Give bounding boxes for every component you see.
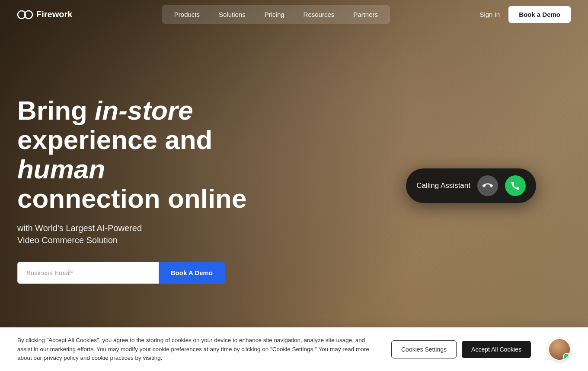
cookie-accept-button[interactable]: Accept All Cookies xyxy=(462,341,531,358)
cookie-actions: Cookies Settings Accept All Cookies xyxy=(391,340,531,358)
cookie-avatar xyxy=(548,338,571,361)
hero-content: Bring in-storeexperience and humanconnec… xyxy=(0,96,324,284)
book-demo-hero-button[interactable]: Book A Demo xyxy=(159,262,225,284)
hero-form: Book A Demo xyxy=(17,262,225,284)
nav-partners[interactable]: Partners xyxy=(345,7,387,22)
calling-label: Calling Assistant xyxy=(416,181,470,190)
logo[interactable]: Firework xyxy=(17,10,72,19)
cookie-message: By clicking "Accept All Cookies", you ag… xyxy=(17,336,374,362)
nav-right: Sign In Book a Demo xyxy=(479,6,571,23)
call-end-button[interactable] xyxy=(477,175,498,196)
nav-resources[interactable]: Resources xyxy=(295,7,343,22)
nav-center: Products Solutions Pricing Resources Par… xyxy=(162,5,390,24)
cookie-settings-button[interactable]: Cookies Settings xyxy=(391,340,457,358)
logo-icon xyxy=(17,10,33,19)
navbar: Firework Products Solutions Pricing Reso… xyxy=(0,0,588,29)
sign-in-button[interactable]: Sign In xyxy=(479,11,500,18)
nav-pricing[interactable]: Pricing xyxy=(256,7,293,22)
call-accept-button[interactable] xyxy=(505,175,526,196)
nav-solutions[interactable]: Solutions xyxy=(210,7,254,22)
email-input[interactable] xyxy=(17,262,159,284)
hero-section: Bring in-storeexperience and humanconnec… xyxy=(0,0,588,371)
logo-text: Firework xyxy=(36,10,72,19)
hero-title: Bring in-storeexperience and humanconnec… xyxy=(17,96,307,214)
nav-products[interactable]: Products xyxy=(166,7,208,22)
hero-title-line1: Bring in-storeexperience and humanconnec… xyxy=(17,95,246,214)
cookie-banner: By clicking "Accept All Cookies", you ag… xyxy=(0,327,588,371)
book-demo-nav-button[interactable]: Book a Demo xyxy=(508,6,571,23)
calling-widget: Calling Assistant xyxy=(406,168,536,203)
hero-subtitle: with World's Largest AI-Powered Video Co… xyxy=(17,222,307,246)
